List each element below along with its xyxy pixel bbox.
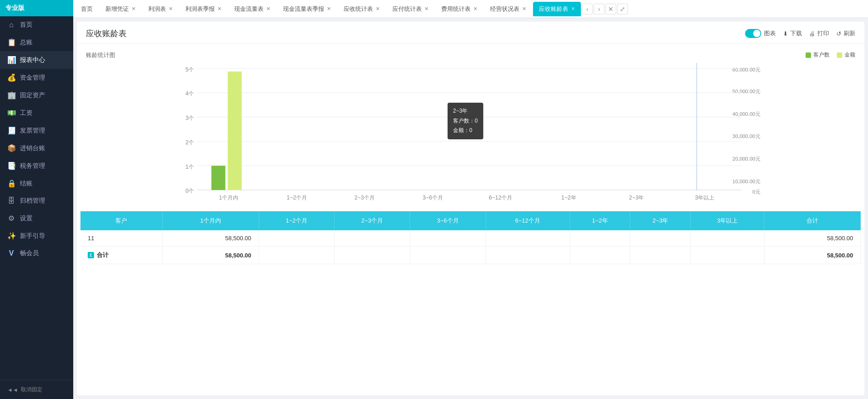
cell-year12 [570,230,630,247]
sidebar-item-label: 报表中心 [20,56,45,64]
sidebar-logo: 专业版 [0,0,73,16]
tab-ar-stats[interactable]: 应收统计表 ✕ [338,2,386,16]
refresh-label: 刷新 [844,29,855,38]
tab-profit-quarterly[interactable]: 利润表季报 ✕ [179,2,227,16]
close-icon[interactable]: ✕ [327,6,331,12]
cell-total-label: Σ 合计 [80,247,162,264]
print-button[interactable]: 🖨 打印 [809,29,829,38]
sidebar-item-invoice[interactable]: 🧾 发票管理 [0,122,73,139]
svg-text:60,000.00元: 60,000.00元 [732,67,760,72]
tab-business-status[interactable]: 经营状况表 ✕ [484,2,532,16]
guide-icon: ✨ [7,232,15,240]
tab-ap-stats[interactable]: 应付统计表 ✕ [387,2,434,16]
table-row: 11 58,500.00 58,500.00 [80,230,861,247]
tab-label: 现金流量表季报 [283,5,324,13]
svg-text:2个: 2个 [185,139,194,146]
total-month36 [410,247,486,264]
cell-month36 [410,230,486,247]
tab-label: 应收统计表 [344,5,373,13]
sidebar-item-ledger[interactable]: 📋 总账 [0,33,73,51]
svg-text:1~2年: 1~2年 [561,195,576,201]
close-icon[interactable]: ✕ [132,6,136,12]
download-icon: ⬇ [783,30,788,37]
table-total-row: Σ 合计 58,500.00 58,500.00 [80,247,861,264]
sidebar-item-reports[interactable]: 📊 报表中心 [0,51,73,69]
sidebar-item-label: 设置 [20,214,33,223]
download-button[interactable]: ⬇ 下载 [783,29,802,38]
legend-color-customer [806,52,811,58]
table-header-row: 客户 1个月内 1~2个月 2~3个月 3~6个月 6~12个月 1~2年 2~… [80,211,861,230]
sidebar-item-assets[interactable]: 🏢 固定资产 [0,86,73,104]
tab-label: 应收账龄表 [539,5,568,13]
tab-close-all[interactable]: ✕ [605,4,616,14]
total-month612 [486,247,570,264]
close-icon[interactable]: ✕ [376,6,380,12]
tab-cashflow-quarterly[interactable]: 现金流量表季报 ✕ [277,2,337,16]
svg-text:40,000.00元: 40,000.00元 [732,111,760,117]
tab-cashflow[interactable]: 现金流量表 ✕ [228,2,276,16]
legend-color-amount [837,52,842,58]
col-header-customer: 客户 [80,211,162,230]
invoice-icon: 🧾 [7,126,15,135]
sidebar-item-label: 进销台账 [20,144,45,152]
tab-nav-next[interactable]: › [594,4,604,14]
total-year12 [570,247,630,264]
total-year3plus [691,247,764,264]
svg-text:4个: 4个 [185,90,194,97]
assets-icon: 🏢 [7,91,15,100]
tab-label: 费用统计表 [441,5,471,13]
tab-expense-stats[interactable]: 费用统计表 ✕ [435,2,483,16]
svg-text:6~12个月: 6~12个月 [489,195,512,201]
tab-ar-aging[interactable]: 应收账龄表 ✕ [533,2,581,16]
legend-customer-count: 客户数 [806,51,830,59]
close-icon[interactable]: ✕ [169,6,173,12]
payroll-icon: 💵 [7,109,15,117]
tax-icon: 📑 [7,162,15,170]
sidebar-item-settings[interactable]: ⚙ 设置 [0,209,73,227]
chart-toggle[interactable]: 图表 [745,29,776,38]
refresh-button[interactable]: ↺ 刷新 [836,29,855,38]
sidebar-item-vip[interactable]: V 畅会员 [0,245,73,262]
close-icon[interactable]: ✕ [425,6,429,12]
close-icon[interactable]: ✕ [473,6,477,12]
sidebar-item-stock[interactable]: 📦 进销台账 [0,139,73,157]
sidebar-item-funds[interactable]: 💰 资金管理 [0,69,73,86]
close-icon[interactable]: ✕ [217,6,222,12]
close-icon[interactable]: ✕ [266,6,270,12]
archive-icon: 🗄 [7,197,15,205]
sidebar-item-label: 工资 [20,109,33,117]
total-month12 [259,247,334,264]
tab-new-voucher[interactable]: 新增凭证 ✕ [99,2,142,16]
svg-text:1~2个月: 1~2个月 [287,195,307,201]
tab-nav-prev[interactable]: ‹ [582,4,593,14]
col-header-month23: 2~3个月 [335,211,410,230]
main-content: 首页 新增凭证 ✕ 利润表 ✕ 利润表季报 ✕ 现金流量表 ✕ 现金流量表季报 … [73,0,868,399]
tab-label: 现金流量表 [234,5,264,13]
close-icon[interactable]: ✕ [522,6,526,12]
close-icon[interactable]: ✕ [571,6,575,12]
ledger-icon: 📋 [7,38,15,47]
tab-profit[interactable]: 利润表 ✕ [142,2,179,16]
unpin-icon: ◄◄ [7,387,18,393]
sidebar-item-archive[interactable]: 🗄 归档管理 [0,192,73,209]
sidebar-item-home[interactable]: ⌂ 首页 [0,16,73,33]
tab-home[interactable]: 首页 [75,2,99,16]
sidebar-item-close[interactable]: 🔒 结账 [0,175,73,192]
settings-icon: ⚙ [7,214,15,223]
toggle-track[interactable] [745,29,761,38]
tab-expand[interactable]: ⤢ [617,4,628,14]
cell-month612 [486,230,570,247]
chart-area: 账龄统计图 客户数 金额 5个 4个 3个 2个 1个 0个 [77,44,864,211]
legend-amount: 金额 [837,51,855,59]
svg-text:1个: 1个 [185,164,194,170]
svg-text:1个月内: 1个月内 [219,195,238,201]
cell-year23 [630,230,691,247]
sidebar-unpin-button[interactable]: ◄◄ 取消固定 [0,380,73,399]
sidebar-item-payroll[interactable]: 💵 工资 [0,104,73,122]
col-header-year12: 1~2年 [570,211,630,230]
sidebar-item-tax[interactable]: 📑 税务管理 [0,157,73,175]
total-grand-total: 58,500.00 [764,247,860,264]
sidebar-item-guide[interactable]: ✨ 新手引导 [0,227,73,245]
home-icon: ⌂ [7,21,15,29]
tab-label: 利润表 [148,5,166,13]
